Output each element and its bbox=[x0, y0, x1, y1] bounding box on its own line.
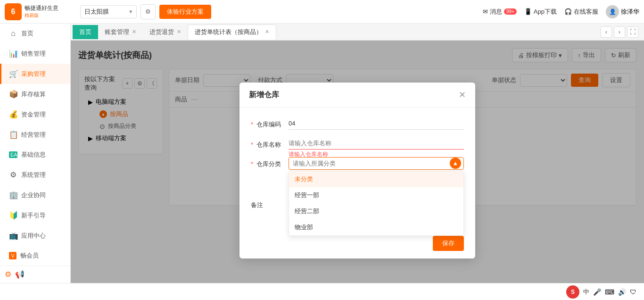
modal-overlay: 新增仓库 ✕ * 仓库编码 bbox=[71, 41, 644, 300]
message-icon: ✉ bbox=[483, 8, 488, 15]
store-dropdown-arrow: ▾ bbox=[129, 8, 132, 15]
operations-icon: 📋 bbox=[9, 130, 17, 139]
store-selector[interactable]: 日太阳膜 ▾ bbox=[80, 5, 137, 18]
tab-scroll-right[interactable]: › bbox=[614, 26, 625, 38]
sidebar-item-inventory[interactable]: 📦 库存核算 bbox=[0, 84, 70, 104]
apps-icon: 📺 bbox=[9, 231, 17, 240]
bottom-icon-s: S bbox=[566, 285, 579, 299]
classify-dropdown: 未分类 经营一部 经营二部 物业部 bbox=[289, 171, 464, 236]
classify-input[interactable] bbox=[289, 157, 464, 170]
member-icon: V bbox=[9, 252, 17, 259]
logo-icon: 6 bbox=[5, 3, 22, 20]
status-bar: S 中 🎤 ⌨ 🔊 🛡 bbox=[0, 283, 644, 300]
sidebar-item-guide[interactable]: 🔰 新手引导 bbox=[0, 205, 70, 225]
system-icon: ⚙ bbox=[9, 170, 17, 179]
headset-icon: 🎧 bbox=[564, 8, 572, 15]
inventory-icon: 📦 bbox=[9, 90, 17, 99]
sidebar: ⌂ 首页 📊 销售管理 🛒 采购管理 📦 库存核算 💰 资金管理 📋 经营管理 … bbox=[0, 24, 71, 300]
sidebar-item-system[interactable]: ⚙ 系统管理 bbox=[0, 165, 70, 185]
form-row-name: * 仓库名称 请输入仓库名称 bbox=[251, 137, 464, 150]
sidebar-item-member[interactable]: V 畅会员 bbox=[0, 246, 70, 266]
sidebar-item-sales[interactable]: 📊 销售管理 bbox=[0, 43, 70, 64]
dropdown-item-dept2[interactable]: 经营二部 bbox=[289, 203, 463, 219]
name-label: * 仓库名称 bbox=[251, 138, 289, 149]
logo-area: 6 畅捷通好生意 精易版 bbox=[5, 3, 75, 20]
settings-icon[interactable]: ⚙ bbox=[140, 4, 156, 19]
bottom-mic-icon: 🎤 bbox=[593, 288, 601, 296]
tab-scroll-left[interactable]: ‹ bbox=[601, 26, 612, 38]
app-download-item[interactable]: 📱 App下载 bbox=[524, 8, 557, 16]
user-avatar-area[interactable]: 👤 徐泽华 bbox=[606, 5, 639, 18]
modal-body: * 仓库编码 * 仓库名称 bbox=[239, 108, 475, 230]
main-layout: ⌂ 首页 📊 销售管理 🛒 采购管理 📦 库存核算 💰 资金管理 📋 经营管理 … bbox=[0, 24, 644, 300]
tab-expand[interactable]: ⛶ bbox=[627, 26, 638, 38]
modal-title: 新增仓库 bbox=[249, 90, 459, 100]
enterprise-icon: 🏢 bbox=[9, 191, 17, 200]
messages-item[interactable]: ✉ 消息 99+ bbox=[483, 8, 517, 16]
tab-account[interactable]: 账套管理 ✕ bbox=[98, 25, 143, 39]
bottom-keyboard-icon: ⌨ bbox=[605, 288, 614, 296]
dropdown-item-dept3[interactable]: 物业部 bbox=[289, 219, 463, 235]
sidebar-item-purchase[interactable]: 🛒 采购管理 bbox=[0, 64, 70, 84]
modal-header: 新增仓库 ✕ bbox=[239, 83, 475, 108]
modal-new-warehouse: 新增仓库 ✕ * 仓库编码 bbox=[239, 83, 475, 258]
purchase-icon: 🛒 bbox=[9, 69, 17, 78]
notification-badge: 99+ bbox=[504, 8, 517, 15]
sidebar-item-apps[interactable]: 📺 应用中心 bbox=[0, 225, 70, 246]
tab-close-purchase-stats[interactable]: ✕ bbox=[265, 29, 269, 35]
save-button[interactable]: 保存 bbox=[433, 236, 464, 251]
sidebar-item-finance[interactable]: 💰 资金管理 bbox=[0, 104, 70, 125]
sidebar-item-home[interactable]: ⌂ 首页 bbox=[0, 24, 70, 43]
code-input[interactable] bbox=[289, 117, 464, 130]
sidebar-item-operations[interactable]: 📋 经营管理 bbox=[0, 125, 70, 145]
bottom-speaker-icon: 🔊 bbox=[618, 288, 626, 296]
classify-toggle-btn[interactable]: ▲ bbox=[450, 158, 461, 169]
home-icon: ⌂ bbox=[9, 29, 17, 38]
tabbar: 首页 账套管理 ✕ 进货退货 ✕ 进货单统计表（按商品） ✕ ‹ › ⛶ bbox=[71, 24, 644, 41]
bottom-shield-icon: 🛡 bbox=[630, 288, 636, 296]
tab-home[interactable]: 首页 bbox=[73, 25, 98, 39]
sidebar-item-basic-info[interactable]: EA 基础信息 bbox=[0, 145, 70, 165]
phone-icon: 📱 bbox=[524, 8, 532, 15]
form-row-code: * 仓库编码 bbox=[251, 117, 464, 130]
tab-close-account[interactable]: ✕ bbox=[132, 29, 136, 35]
bottom-chinese-icon: 中 bbox=[583, 288, 589, 296]
tab-purchase-stats[interactable]: 进货单统计表（按商品） ✕ bbox=[188, 25, 276, 40]
content-area: 首页 账套管理 ✕ 进货退货 ✕ 进货单统计表（按商品） ✕ ‹ › ⛶ bbox=[71, 24, 644, 300]
sidebar-footer-icon1[interactable]: ⚙ bbox=[5, 270, 11, 279]
sidebar-footer: ⚙ 📢 bbox=[0, 266, 70, 283]
basic-info-icon: EA bbox=[9, 151, 17, 158]
classify-label: * 仓库分类 bbox=[251, 157, 289, 168]
code-label: * 仓库编码 bbox=[251, 117, 289, 129]
remark-label: 备注 bbox=[251, 198, 289, 209]
guide-icon: 🔰 bbox=[9, 211, 17, 220]
online-service-item[interactable]: 🎧 在线客服 bbox=[564, 8, 598, 16]
topbar-right: ✉ 消息 99+ 📱 App下载 🎧 在线客服 👤 徐泽华 bbox=[483, 5, 639, 18]
name-input[interactable] bbox=[289, 137, 464, 150]
tab-close-purchase-return[interactable]: ✕ bbox=[177, 29, 181, 35]
finance-icon: 💰 bbox=[9, 110, 17, 119]
tabbar-actions: ‹ › ⛶ bbox=[597, 26, 642, 38]
tab-purchase-return[interactable]: 进货退货 ✕ bbox=[143, 25, 188, 39]
classify-wrapper: ▲ 未分类 经营一部 经营二部 物业部 bbox=[289, 157, 464, 170]
sales-icon: 📊 bbox=[9, 49, 17, 58]
avatar: 👤 bbox=[606, 5, 619, 18]
page-content: 进货单统计(按商品) 🖨 按模板打印 ▾ ↑ 导出 ↻ 刷新 bbox=[71, 41, 644, 300]
form-row-classify: * 仓库分类 ▲ 未分类 经营一部 经营二部 物业部 bbox=[251, 157, 464, 170]
dropdown-item-unclassified[interactable]: 未分类 bbox=[289, 171, 463, 187]
sidebar-item-enterprise[interactable]: 🏢 企业协同 bbox=[0, 185, 70, 205]
sidebar-footer-icon2[interactable]: 📢 bbox=[15, 270, 25, 279]
trial-button[interactable]: 体验行业方案 bbox=[159, 5, 211, 19]
modal-close-button[interactable]: ✕ bbox=[459, 91, 466, 99]
topbar: 6 畅捷通好生意 精易版 日太阳膜 ▾ ⚙ 体验行业方案 ✉ 消息 99+ 📱 … bbox=[0, 0, 644, 24]
logo-text: 畅捷通好生意 精易版 bbox=[25, 5, 58, 18]
dropdown-item-dept1[interactable]: 经营一部 bbox=[289, 187, 463, 203]
